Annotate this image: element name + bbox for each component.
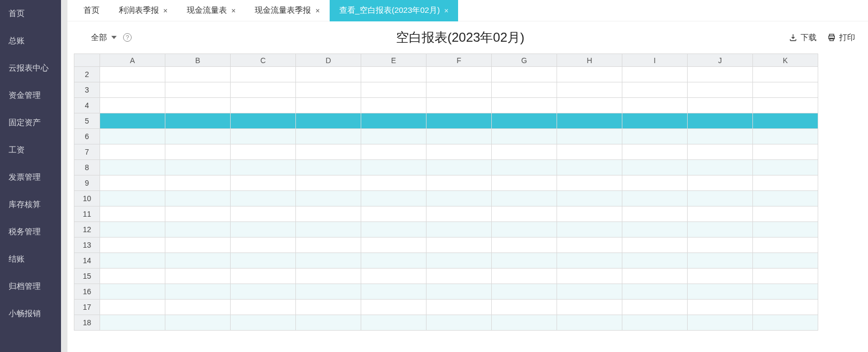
cell-J11[interactable] (688, 206, 753, 222)
cell-G17[interactable] (492, 300, 557, 315)
cell-D18[interactable] (296, 315, 361, 331)
cell-F10[interactable] (427, 191, 492, 206)
cell-C14[interactable] (231, 253, 296, 269)
cell-D4[interactable] (296, 98, 361, 113)
cell-A14[interactable] (100, 253, 165, 269)
tab-4[interactable]: 查看_空白报表(2023年02月)× (330, 0, 459, 21)
column-header-G[interactable]: G (492, 54, 557, 67)
cell-A9[interactable] (100, 175, 165, 191)
cell-G12[interactable] (492, 222, 557, 238)
cell-D8[interactable] (296, 160, 361, 175)
cell-F11[interactable] (427, 206, 492, 222)
cell-K9[interactable] (753, 175, 818, 191)
cell-C13[interactable] (231, 238, 296, 253)
cell-H3[interactable] (557, 82, 622, 98)
row-header-2[interactable]: 2 (74, 67, 100, 82)
row-header-5[interactable]: 5 (74, 113, 100, 129)
cell-C5[interactable] (231, 113, 296, 129)
cell-B10[interactable] (165, 191, 231, 206)
sidebar-item-7[interactable]: 库存核算 (0, 191, 67, 218)
row-header-8[interactable]: 8 (74, 160, 100, 175)
cell-B2[interactable] (165, 67, 231, 82)
cell-A7[interactable] (100, 144, 165, 160)
cell-I5[interactable] (622, 113, 688, 129)
tab-3[interactable]: 现金流量表季报× (245, 0, 329, 21)
cell-C15[interactable] (231, 269, 296, 284)
cell-A15[interactable] (100, 269, 165, 284)
cell-D13[interactable] (296, 238, 361, 253)
cell-I15[interactable] (622, 269, 688, 284)
cell-A4[interactable] (100, 98, 165, 113)
cell-G5[interactable] (492, 113, 557, 129)
grid-corner[interactable] (74, 54, 100, 67)
cell-C9[interactable] (231, 175, 296, 191)
cell-G6[interactable] (492, 129, 557, 144)
cell-H7[interactable] (557, 144, 622, 160)
row-header-11[interactable]: 11 (74, 206, 100, 222)
cell-F2[interactable] (427, 67, 492, 82)
cell-E11[interactable] (361, 206, 427, 222)
cell-B8[interactable] (165, 160, 231, 175)
cell-E15[interactable] (361, 269, 427, 284)
cell-F7[interactable] (427, 144, 492, 160)
cell-G15[interactable] (492, 269, 557, 284)
cell-G16[interactable] (492, 284, 557, 300)
help-icon[interactable]: ? (123, 33, 132, 42)
cell-F14[interactable] (427, 253, 492, 269)
cell-I3[interactable] (622, 82, 688, 98)
cell-F9[interactable] (427, 175, 492, 191)
cell-K6[interactable] (753, 129, 818, 144)
cell-G4[interactable] (492, 98, 557, 113)
cell-H2[interactable] (557, 67, 622, 82)
print-button[interactable]: 打印 (827, 33, 855, 43)
cell-J2[interactable] (688, 67, 753, 82)
sidebar-item-1[interactable]: 总账 (0, 27, 67, 55)
cell-D12[interactable] (296, 222, 361, 238)
cell-J6[interactable] (688, 129, 753, 144)
cell-D10[interactable] (296, 191, 361, 206)
filter-dropdown[interactable]: 全部 ? (80, 33, 132, 43)
column-header-I[interactable]: I (622, 54, 688, 67)
cell-C18[interactable] (231, 315, 296, 331)
cell-E7[interactable] (361, 144, 427, 160)
cell-H6[interactable] (557, 129, 622, 144)
cell-A2[interactable] (100, 67, 165, 82)
cell-G7[interactable] (492, 144, 557, 160)
cell-E18[interactable] (361, 315, 427, 331)
cell-A18[interactable] (100, 315, 165, 331)
column-header-A[interactable]: A (100, 54, 165, 67)
cell-C2[interactable] (231, 67, 296, 82)
cell-G3[interactable] (492, 82, 557, 98)
cell-F13[interactable] (427, 238, 492, 253)
cell-J4[interactable] (688, 98, 753, 113)
cell-B17[interactable] (165, 300, 231, 315)
cell-K4[interactable] (753, 98, 818, 113)
cell-J10[interactable] (688, 191, 753, 206)
cell-H9[interactable] (557, 175, 622, 191)
cell-J17[interactable] (688, 300, 753, 315)
cell-E2[interactable] (361, 67, 427, 82)
cell-A10[interactable] (100, 191, 165, 206)
cell-G13[interactable] (492, 238, 557, 253)
column-header-J[interactable]: J (688, 54, 753, 67)
cell-C16[interactable] (231, 284, 296, 300)
cell-D6[interactable] (296, 129, 361, 144)
cell-C3[interactable] (231, 82, 296, 98)
cell-B4[interactable] (165, 98, 231, 113)
cell-B15[interactable] (165, 269, 231, 284)
close-icon[interactable]: × (163, 6, 167, 15)
sidebar-item-11[interactable]: 小畅报销 (0, 300, 67, 327)
cell-I6[interactable] (622, 129, 688, 144)
cell-A11[interactable] (100, 206, 165, 222)
cell-H13[interactable] (557, 238, 622, 253)
column-header-D[interactable]: D (296, 54, 361, 67)
cell-D2[interactable] (296, 67, 361, 82)
cell-F15[interactable] (427, 269, 492, 284)
cell-E6[interactable] (361, 129, 427, 144)
cell-H11[interactable] (557, 206, 622, 222)
cell-D3[interactable] (296, 82, 361, 98)
cell-I17[interactable] (622, 300, 688, 315)
column-header-F[interactable]: F (427, 54, 492, 67)
cell-E10[interactable] (361, 191, 427, 206)
cell-E14[interactable] (361, 253, 427, 269)
